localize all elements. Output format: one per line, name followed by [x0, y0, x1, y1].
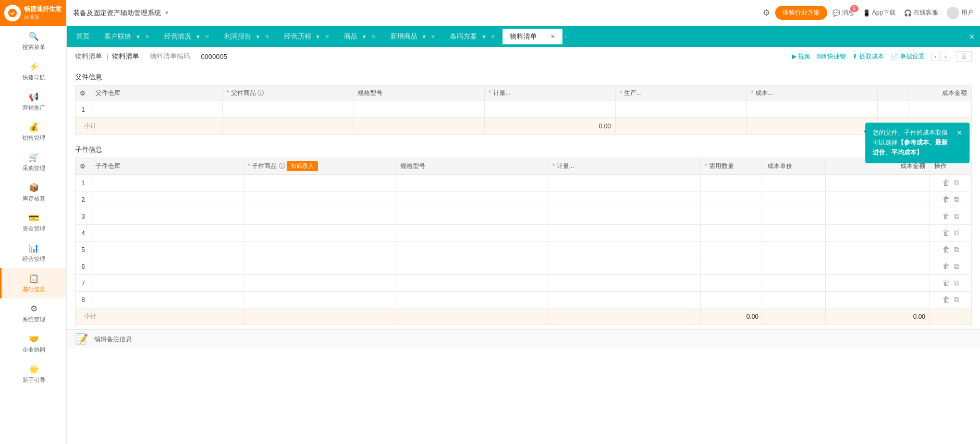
tab-bom-dropdown-icon[interactable]: ▼ [539, 34, 548, 40]
parent-row-1-spec[interactable] [353, 101, 485, 118]
child-row-1-unit-cost[interactable] [763, 175, 826, 191]
child-row-1-copy-icon[interactable]: ⧉ [954, 178, 959, 187]
child-row-8-spec[interactable] [396, 292, 548, 308]
tab-profit[interactable]: 利润报告 ▼ ✕ [217, 29, 277, 44]
child-row-2-delete-icon[interactable]: 🗑 [942, 195, 950, 204]
child-row-4-unit[interactable] [548, 225, 700, 242]
child-row-8-product[interactable] [243, 292, 396, 308]
child-row-8-copy-icon[interactable]: ⧉ [954, 295, 959, 304]
child-row-5-warehouse[interactable] [91, 242, 243, 258]
child-row-7-delete-icon[interactable]: 🗑 [942, 279, 950, 287]
child-row-4-warehouse[interactable] [91, 225, 243, 242]
parent-row-1-product[interactable] [222, 101, 353, 118]
child-row-4-copy-icon[interactable]: ⧉ [954, 229, 959, 237]
user-menu[interactable]: 用户 [947, 7, 974, 19]
child-row-6-unit-cost[interactable] [763, 258, 826, 275]
child-row-3-warehouse[interactable] [91, 208, 243, 225]
settings-gear-icon[interactable]: ⚙ [763, 8, 770, 18]
tab-ops-close-icon[interactable]: ✕ [205, 33, 210, 40]
child-row-7-unit[interactable] [548, 275, 700, 292]
tab-ops-dropdown-icon[interactable]: ▼ [193, 34, 203, 40]
child-row-8-unit-cost[interactable] [763, 292, 826, 308]
child-row-2-unit-cost[interactable] [763, 191, 826, 208]
sidebar-item-sales[interactable]: 💰 销售管理 [0, 117, 66, 147]
child-row-7-unit-cost[interactable] [763, 275, 826, 292]
child-row-2-warehouse[interactable] [91, 191, 243, 208]
parent-cost-input[interactable] [751, 105, 874, 113]
child-row-1-spec[interactable] [396, 175, 548, 191]
tab-home[interactable]: 首页 [69, 29, 97, 44]
child-row-5-copy-icon[interactable]: ⧉ [954, 245, 959, 254]
child-row-4-delete-icon[interactable]: 🗑 [942, 229, 950, 237]
child-row-6-copy-icon[interactable]: ⧉ [954, 262, 959, 271]
tab-new-product-close-icon[interactable]: ✕ [431, 33, 435, 40]
tab-barcode[interactable]: 条码方案 ▼ ✕ [443, 29, 503, 44]
extract-cost-action[interactable]: ⬆ 提取成本 [852, 52, 884, 61]
child-row-1-warehouse[interactable] [91, 175, 243, 191]
tab-new-product[interactable]: 新增商品 ▼ ✕ [383, 29, 443, 44]
child-row-6-delete-icon[interactable]: 🗑 [942, 262, 950, 271]
child-row-6-product[interactable] [243, 258, 396, 275]
child-row-4-required-qty[interactable] [701, 225, 763, 242]
tab-customer-dropdown-icon[interactable]: ▼ [133, 34, 143, 40]
child-row-6-unit[interactable] [548, 258, 700, 275]
video-action[interactable]: ▶ 视频 [792, 52, 811, 61]
child-row-7-product[interactable] [243, 275, 396, 292]
child-row-4-unit-cost[interactable] [763, 225, 826, 242]
tab-scroll-right-icon[interactable]: › [562, 33, 569, 40]
sidebar-item-finance[interactable]: 💳 资金管理 [0, 208, 66, 238]
child-row-3-unit[interactable] [548, 208, 700, 225]
tab-products-close-icon[interactable]: ✕ [371, 33, 376, 40]
parent-production-input[interactable] [620, 105, 742, 113]
tab-customer-close-icon[interactable]: ✕ [145, 33, 150, 40]
child-row-1-unit[interactable] [548, 175, 700, 191]
child-row-7-spec[interactable] [396, 275, 548, 292]
tab-bom-close-icon[interactable]: ✕ [550, 33, 555, 40]
tab-products[interactable]: 商品 ▼ ✕ [337, 29, 383, 44]
tab-history-close-icon[interactable]: ✕ [325, 33, 329, 40]
parent-product-input[interactable] [227, 105, 349, 113]
child-row-3-unit-cost[interactable] [763, 208, 826, 225]
child-row-1-delete-icon[interactable]: 🗑 [942, 178, 950, 187]
child-row-7-copy-icon[interactable]: ⧉ [954, 279, 959, 287]
child-row-5-product[interactable] [243, 242, 396, 258]
child-row-8-warehouse[interactable] [91, 292, 243, 308]
child-row-4-spec[interactable] [396, 225, 548, 242]
child-row-3-delete-icon[interactable]: 🗑 [942, 212, 950, 221]
sidebar-item-system[interactable]: ⚙ 系统管理 [0, 298, 66, 329]
trial-button[interactable]: 体验行业方案 [775, 6, 827, 20]
nav-prev-icon[interactable]: ‹ [931, 52, 940, 61]
sidebar-item-quick-nav[interactable]: ⚡ 快捷导航 [0, 56, 66, 87]
child-row-2-copy-icon[interactable]: ⧉ [954, 195, 959, 204]
parent-unit-input[interactable] [489, 105, 611, 113]
tab-bom[interactable]: 物料清单 ▼ ✕ [503, 29, 562, 44]
parent-row-1-cost[interactable] [746, 101, 878, 118]
tab-barcode-close-icon[interactable]: ✕ [491, 33, 495, 40]
child-row-4-product[interactable] [243, 225, 396, 242]
sidebar-item-operations[interactable]: 📊 经营管理 [0, 238, 66, 268]
tooltip-close-button[interactable]: ✕ [957, 128, 962, 139]
menu-list-icon[interactable]: ☰ [957, 51, 972, 62]
sidebar-item-search[interactable]: 🔍 搜索菜单 [0, 26, 66, 56]
child-row-6-required-qty[interactable] [701, 258, 763, 275]
tab-operations-status[interactable]: 经营情况 ▼ ✕ [157, 29, 217, 44]
child-row-3-spec[interactable] [396, 208, 548, 225]
shortcut-action[interactable]: ⌨ 快捷键 [817, 52, 846, 61]
child-row-5-delete-icon[interactable]: 🗑 [942, 245, 950, 254]
child-row-2-spec[interactable] [396, 191, 548, 208]
child-row-2-required-qty[interactable] [701, 191, 763, 208]
online-service-link[interactable]: 🎧 在线客服 [904, 8, 938, 17]
note-icon[interactable]: 📝 [75, 333, 88, 345]
app-download-link[interactable]: 📱 App下载 [863, 8, 896, 17]
child-row-3-product[interactable] [243, 208, 396, 225]
tab-profit-close-icon[interactable]: ✕ [265, 33, 270, 40]
tab-products-dropdown-icon[interactable]: ▼ [360, 34, 369, 40]
nav-next-icon[interactable]: › [941, 52, 950, 61]
child-row-6-spec[interactable] [396, 258, 548, 275]
child-row-5-unit[interactable] [548, 242, 700, 258]
child-row-5-spec[interactable] [396, 242, 548, 258]
parent-warehouse-input[interactable] [95, 105, 218, 113]
child-row-8-unit[interactable] [548, 292, 700, 308]
child-row-2-unit[interactable] [548, 191, 700, 208]
parent-row-1-unit[interactable] [484, 101, 616, 118]
